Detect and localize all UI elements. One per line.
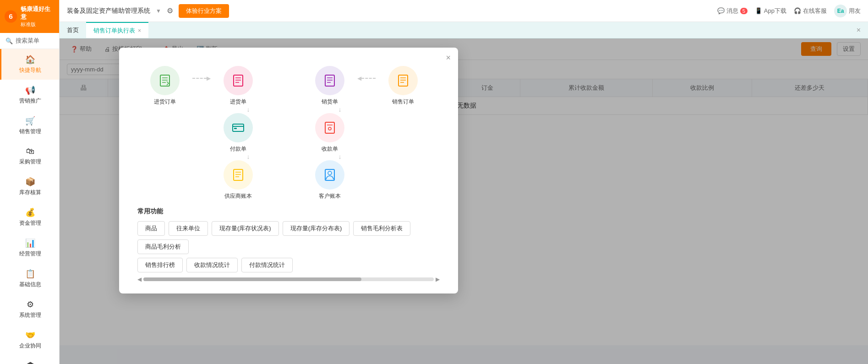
message-button[interactable]: 💬 消息 5 bbox=[717, 7, 748, 15]
sidebar-item-operations[interactable]: 📊 经营管理 bbox=[0, 233, 59, 263]
arrow-spacer-1 bbox=[266, 66, 302, 75]
tab-sales-order[interactable]: 销售订单执行表 × bbox=[86, 22, 148, 38]
finance-icon: 💰 bbox=[25, 207, 35, 217]
purchase-order-icon bbox=[150, 66, 180, 95]
sidebar-item-inventory[interactable]: 📦 库存核算 bbox=[0, 171, 59, 202]
sidebar-item-enterprise[interactable]: 🤝 企业协同 bbox=[0, 325, 59, 355]
purchase-bill-label: 进货单 bbox=[230, 98, 246, 106]
sidebar-item-label: 快捷导航 bbox=[19, 66, 41, 74]
sidebar-item-quick[interactable]: 🏠 快捷导航 bbox=[0, 49, 59, 80]
scrollbar-thumb bbox=[143, 277, 361, 281]
tab-home-label: 首页 bbox=[67, 26, 79, 34]
func-btn-stock-dist[interactable]: 现存量(库存分布表) bbox=[283, 221, 350, 236]
common-functions: 常用功能 商品 往来单位 现存量(库存状况表) 现存量(库存分布表) 销售毛利分… bbox=[137, 207, 440, 272]
sidebar-item-newbie[interactable]: 🎓 新手引导 bbox=[0, 355, 59, 364]
function-buttons-row1: 商品 往来单位 现存量(库存状况表) 现存量(库存分布表) 销售毛利分析表 商品… bbox=[137, 221, 440, 254]
purchase-bill-icon bbox=[224, 66, 253, 95]
user-avatar[interactable]: Ea 用友 bbox=[834, 5, 861, 17]
func-btn-stock-status[interactable]: 现存量(库存状况表) bbox=[212, 221, 279, 236]
app-download-button[interactable]: 📱 App下载 bbox=[755, 7, 786, 15]
common-functions-title: 常用功能 bbox=[137, 207, 440, 216]
down-arrow-purchase-bill: ↓ bbox=[211, 106, 266, 113]
arrow-purchase-to-bill: ▶ bbox=[192, 66, 211, 81]
sidebar-item-label: 采购管理 bbox=[19, 158, 41, 166]
supplier-account-label: 供应商账本 bbox=[224, 192, 252, 200]
svg-rect-21 bbox=[325, 122, 334, 133]
sidebar-nav: 🏠 快捷导航 📢 营销推广 🛒 销售管理 🛍 采购管理 📦 库存核算 💰 bbox=[0, 49, 59, 364]
home-icon: 🏠 bbox=[25, 54, 35, 65]
scroll-left-icon[interactable]: ◀ bbox=[137, 276, 142, 283]
sidebar-item-marketing[interactable]: 📢 营销推广 bbox=[0, 80, 59, 110]
sidebar-logo[interactable]: 6 畅康通好生意 标准版 bbox=[0, 0, 59, 33]
purchase-icon: 🛍 bbox=[26, 147, 34, 156]
sales-order-label: 销售订单 bbox=[392, 98, 414, 106]
system-icon: ⚙ bbox=[27, 299, 34, 310]
func-btn-product[interactable]: 商品 bbox=[137, 221, 165, 236]
svg-rect-18 bbox=[233, 124, 244, 131]
flow-node-sales-bill[interactable]: 销货单 bbox=[302, 66, 357, 106]
svg-rect-14 bbox=[399, 75, 408, 86]
receipt-bill-label: 收款单 bbox=[322, 145, 338, 153]
func-btn-sales-margin[interactable]: 销售毛利分析表 bbox=[353, 221, 410, 236]
newbie-icon: 🎓 bbox=[25, 361, 35, 364]
function-buttons-row2: 销售排行榜 收款情况统计 付款情况统计 bbox=[137, 258, 440, 272]
page-content: ❓ 帮助 🖨 按模板打印 ▼ 📤 导出 🔄 刷新 查询 bbox=[60, 38, 868, 364]
online-service-button[interactable]: 🎧 在线客服 bbox=[794, 7, 827, 15]
sidebar-item-label: 销售管理 bbox=[19, 128, 41, 136]
topbar-right: 💬 消息 5 📱 App下载 🎧 在线客服 Ea 用友 bbox=[717, 5, 861, 17]
sidebar-item-purchase[interactable]: 🛍 采购管理 bbox=[0, 141, 59, 171]
tab-close-main-icon[interactable]: × bbox=[849, 26, 868, 34]
sidebar: 6 畅康通好生意 标准版 🔍 搜索菜单 🏠 快捷导航 📢 营销推广 🛒 销售管理 bbox=[0, 0, 60, 364]
trial-button[interactable]: 体验行业方案 bbox=[179, 4, 229, 18]
sidebar-item-sales[interactable]: 🛒 销售管理 bbox=[0, 110, 59, 141]
svg-text:6: 6 bbox=[9, 12, 13, 20]
sidebar-item-basic[interactable]: 📋 基础信息 bbox=[0, 263, 59, 294]
flow-node-sales-order[interactable]: 销售订单 bbox=[376, 66, 431, 106]
flow-node-supplier-account[interactable]: 供应商账本 bbox=[211, 160, 266, 200]
supplier-account-icon bbox=[224, 160, 253, 190]
modal-close-icon[interactable]: × bbox=[446, 53, 451, 63]
modal: × 进货订单 bbox=[119, 48, 458, 293]
arrow-sales-to-bill: ◀ bbox=[357, 66, 376, 81]
flow-node-receipt-bill[interactable]: 收款单 bbox=[302, 113, 357, 153]
sidebar-item-label: 营销推广 bbox=[19, 97, 41, 105]
dropdown-arrow-icon[interactable]: ▼ bbox=[156, 8, 161, 14]
online-service-label: 在线客服 bbox=[803, 7, 827, 15]
func-btn-product-margin[interactable]: 商品毛利分析 bbox=[137, 239, 189, 254]
func-btn-payment-stats[interactable]: 付款情况统计 bbox=[241, 258, 293, 272]
func-btn-sales-rank[interactable]: 销售排行榜 bbox=[137, 258, 183, 272]
svg-point-29 bbox=[328, 171, 332, 175]
flow-node-payment-bill[interactable]: 付款单 bbox=[211, 113, 266, 153]
topbar: 装备及固定资产辅助管理系统 ▼ ⚙ 体验行业方案 💬 消息 5 📱 App下载 … bbox=[60, 0, 868, 22]
message-icon: 💬 bbox=[717, 7, 725, 14]
func-btn-counterparty[interactable]: 往来单位 bbox=[169, 221, 208, 236]
sidebar-item-finance[interactable]: 💰 资金管理 bbox=[0, 202, 59, 233]
user-name: 用友 bbox=[849, 7, 861, 15]
svg-rect-24 bbox=[234, 169, 243, 180]
svg-rect-20 bbox=[234, 128, 237, 129]
marketing-icon: 📢 bbox=[25, 85, 35, 95]
tab-close-icon[interactable]: × bbox=[138, 27, 141, 34]
payment-bill-icon bbox=[224, 113, 253, 142]
tab-home[interactable]: 首页 bbox=[60, 22, 86, 38]
tabbar: 首页 销售订单执行表 × × bbox=[60, 22, 868, 38]
customer-account-label: 客户账本 bbox=[319, 192, 341, 200]
flow-node-customer-account[interactable]: 客户账本 bbox=[302, 160, 357, 200]
flow-node-purchase-order[interactable]: 进货订单 bbox=[137, 66, 192, 106]
down-arrow-sales-bill: ↓ bbox=[302, 106, 357, 113]
inventory-icon: 📦 bbox=[25, 177, 35, 187]
app-download-label: App下载 bbox=[764, 7, 786, 15]
flow-node-purchase-bill[interactable]: 进货单 bbox=[211, 66, 266, 106]
func-btn-receipt-stats[interactable]: 收款情况统计 bbox=[186, 258, 238, 272]
sidebar-logo-text: 畅康通好生意 标准版 bbox=[21, 5, 55, 27]
scroll-right-icon[interactable]: ▶ bbox=[436, 276, 440, 283]
basic-icon: 📋 bbox=[25, 269, 35, 279]
customer-account-icon bbox=[315, 160, 344, 190]
sidebar-item-label: 系统管理 bbox=[19, 311, 41, 319]
sidebar-search[interactable]: 🔍 搜索菜单 bbox=[0, 33, 59, 49]
sidebar-item-system[interactable]: ⚙ 系统管理 bbox=[0, 294, 59, 325]
phone-icon: 📱 bbox=[755, 7, 762, 14]
modal-overlay[interactable]: × 进货订单 bbox=[60, 38, 868, 364]
settings-icon[interactable]: ⚙ bbox=[167, 6, 173, 15]
main-content: 装备及固定资产辅助管理系统 ▼ ⚙ 体验行业方案 💬 消息 5 📱 App下载 … bbox=[60, 0, 868, 364]
